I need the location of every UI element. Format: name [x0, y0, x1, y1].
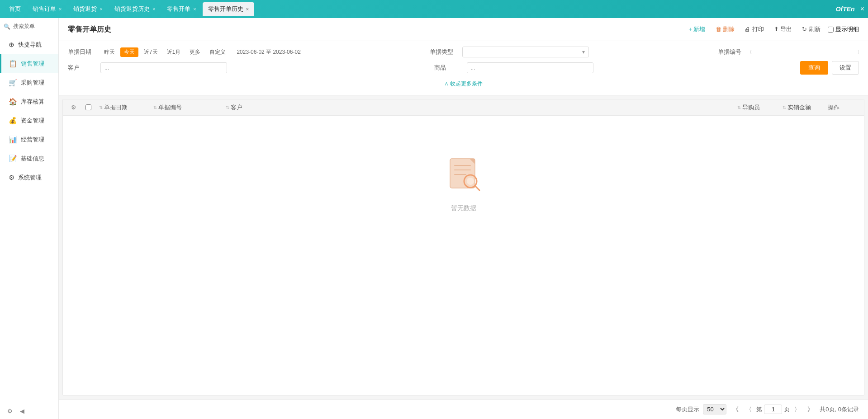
tab-close-sales-order[interactable]: ×: [59, 6, 62, 12]
sidebar-icon-finance: 💰: [9, 117, 17, 125]
window-close-button[interactable]: ×: [860, 5, 864, 13]
sidebar-item-purchase-mgmt[interactable]: 🛒 采购管理: [0, 73, 58, 92]
tab-label: 零售开单历史: [208, 5, 243, 13]
sidebar-search[interactable]: 🔍 搜索菜单: [0, 18, 58, 35]
sidebar-label-finance: 资金管理: [21, 117, 44, 125]
col-header-bill-no[interactable]: ⇅ 单据编号: [150, 104, 222, 112]
tab-sales-return-history[interactable]: 销货退货历史×: [109, 2, 161, 16]
tab-label: 零售开单: [167, 5, 190, 13]
tab-close-sales-return-history[interactable]: ×: [152, 6, 155, 12]
sidebar-label-quick-nav: 快捷导航: [18, 41, 42, 49]
bill-no-label: 单据编号: [718, 48, 743, 56]
date-opt-yesterday[interactable]: 昨天: [100, 47, 119, 57]
sidebar-item-operations[interactable]: 📊 经营管理: [0, 130, 58, 149]
sidebar-label-inventory: 库存核算: [21, 98, 44, 106]
sidebar-search-label: 搜索菜单: [13, 23, 35, 30]
sidebar-icon-purchase-mgmt: 🛒: [9, 79, 17, 87]
add-button[interactable]: + 新增: [686, 24, 708, 35]
customer-input[interactable]: ...: [100, 62, 227, 73]
sidebar-item-system[interactable]: ⚙ 系统管理: [0, 168, 58, 187]
next-page-button[interactable]: 〉: [792, 405, 803, 414]
customer-label: 客户: [68, 64, 93, 72]
toolbar: + 新增 🗑 删除 🖨 打印 ⬆ 导出 ↻ 刷新 显示明细: [686, 24, 859, 35]
page-suffix: 页: [784, 405, 790, 414]
page-total: 共0页, 0条记录: [820, 405, 859, 414]
col-action-label: 操作: [828, 104, 840, 112]
show-detail-input[interactable]: [828, 27, 834, 33]
tab-retail-open-history[interactable]: 零售开单历史×: [203, 2, 254, 16]
print-button[interactable]: 🖨 打印: [742, 24, 767, 35]
sidebar-item-basic-info[interactable]: 📝 基础信息: [0, 149, 58, 168]
page-input[interactable]: [764, 405, 782, 414]
tab-label: 销售订单: [33, 5, 56, 13]
date-opt-custom[interactable]: 自定义: [206, 47, 229, 57]
date-opt-today[interactable]: 今天: [120, 47, 138, 57]
tab-bar: 首页销售订单×销货退货×销货退货历史×零售开单×零售开单历史×: [4, 2, 836, 16]
sidebar-item-quick-nav[interactable]: ⊕ 快捷导航: [0, 35, 58, 54]
tab-close-sales-return[interactable]: ×: [100, 6, 102, 12]
delete-button[interactable]: 🗑 删除: [713, 24, 738, 35]
col-header-amount[interactable]: ⇅ 实销金额: [779, 104, 824, 112]
col-header-guide[interactable]: ⇅ 导购员: [734, 104, 779, 112]
col-header-date[interactable]: ⇅ 单据日期: [95, 104, 150, 112]
top-bar-right: OfTEn ×: [836, 5, 864, 13]
col-guide-label: 导购员: [742, 104, 760, 112]
last-page-button[interactable]: 》: [805, 405, 816, 414]
sidebar-icon-operations: 📊: [9, 136, 17, 144]
show-detail-checkbox[interactable]: 显示明细: [828, 25, 859, 33]
date-opt-more[interactable]: 更多: [186, 47, 204, 57]
bill-type-arrow: ▾: [582, 49, 585, 55]
tab-label: 首页: [9, 5, 21, 13]
date-opt-lastMonth[interactable]: 近1月: [163, 47, 185, 57]
bill-type-select[interactable]: ▾: [462, 47, 589, 57]
tab-sales-return[interactable]: 销货退货×: [68, 2, 108, 16]
col-customer-sort-icon: ⇅: [226, 105, 229, 110]
goods-input[interactable]: ...: [467, 62, 593, 73]
prev-page-button[interactable]: 〈: [743, 405, 754, 414]
collapse-sidebar-button[interactable]: ◀: [20, 408, 24, 414]
sidebar-item-inventory[interactable]: 🏠 库存核算: [0, 92, 58, 111]
sidebar-icon-basic-info: 📝: [9, 155, 17, 163]
tab-retail-open[interactable]: 零售开单×: [161, 2, 201, 16]
sidebar-icon-inventory: 🏠: [9, 98, 17, 106]
settings-button[interactable]: 设置: [832, 61, 859, 75]
bill-no-input[interactable]: [750, 50, 859, 54]
sidebar-label-basic-info: 基础信息: [21, 155, 44, 163]
filter-row-1: 单据日期 昨天今天近7天近1月更多自定义 2023-06-02 至 2023-0…: [68, 47, 859, 57]
column-settings-button[interactable]: ⚙: [66, 104, 81, 111]
empty-text: 暂无数据: [451, 204, 476, 212]
date-opt-last7[interactable]: 近7天: [140, 47, 161, 57]
tab-home[interactable]: 首页: [4, 2, 26, 16]
goods-placeholder: ...: [471, 65, 475, 71]
select-all-input[interactable]: [85, 104, 91, 110]
col-guide-sort-icon: ⇅: [737, 105, 741, 110]
sidebar-icon-sales-mgmt: 📋: [9, 60, 17, 68]
first-page-button[interactable]: 《: [730, 405, 741, 414]
sidebar-item-sales-mgmt[interactable]: 📋 销售管理: [0, 54, 58, 73]
search-icon: 🔍: [4, 24, 10, 30]
tab-close-retail-open[interactable]: ×: [193, 6, 196, 12]
collapse-button[interactable]: ∧ 收起更多条件: [442, 78, 484, 89]
settings-icon[interactable]: ⚙: [7, 408, 13, 414]
per-page-select[interactable]: 50 100 200: [703, 404, 726, 414]
sidebar-label-sales-mgmt: 销售管理: [21, 60, 44, 68]
col-date-sort-icon: ⇅: [99, 105, 103, 110]
refresh-button[interactable]: ↻ 刷新: [799, 24, 823, 35]
page-title: 零售开单历史: [68, 25, 111, 34]
tab-close-retail-open-history[interactable]: ×: [246, 6, 249, 12]
col-date-label: 单据日期: [104, 104, 128, 112]
empty-state: 暂无数据: [63, 116, 864, 249]
pagination: 每页显示 50 100 200 《 〈 第 页 〉 》 共0页, 0条记录: [59, 399, 868, 419]
date-options: 昨天今天近7天近1月更多自定义: [100, 47, 229, 57]
customer-placeholder: ...: [104, 65, 109, 71]
export-button[interactable]: ⬆ 导出: [771, 24, 795, 35]
query-button[interactable]: 查询: [800, 61, 828, 75]
sidebar-label-operations: 经营管理: [21, 136, 44, 144]
sidebar-item-finance[interactable]: 💰 资金管理: [0, 111, 58, 130]
tab-sales-order[interactable]: 销售订单×: [27, 2, 67, 16]
col-header-customer[interactable]: ⇅ 客户: [222, 104, 734, 112]
tab-label: 销货退货历史: [114, 5, 150, 13]
select-all-checkbox[interactable]: [81, 104, 95, 110]
content-area: 零售开单历史 + 新增 🗑 删除 🖨 打印 ⬆ 导出 ↻ 刷新 显示明细 单据日…: [59, 18, 868, 419]
sidebar-label-system: 系统管理: [18, 174, 42, 182]
